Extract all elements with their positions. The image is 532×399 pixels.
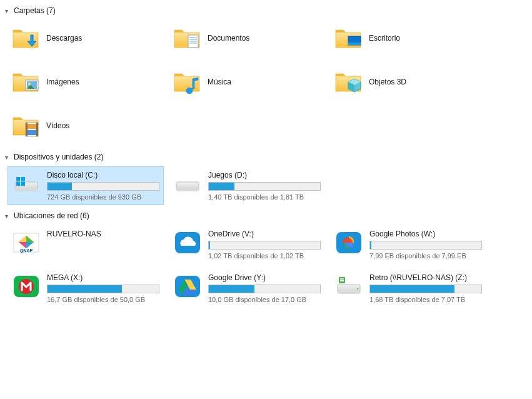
- svg-rect-21: [21, 181, 25, 186]
- svg-rect-6: [348, 43, 361, 45]
- drive-name: Retro (\\RUVELRO-NAS) (Z:): [369, 273, 482, 282]
- chevron-down-icon: ▾: [5, 154, 11, 161]
- drive-freespace: 724 GB disponibles de 930 GB: [47, 193, 159, 201]
- os-drive-icon: [12, 171, 41, 197]
- section-header-drives[interactable]: ▾ Dispositivos y unidades (2): [5, 153, 527, 161]
- storage-bar: [208, 182, 321, 191]
- hdd-icon: [173, 171, 202, 197]
- drive-name: Google Photos (W:): [369, 230, 482, 238]
- objects3d-icon: [334, 69, 363, 95]
- storage-bar: [208, 241, 321, 250]
- section-title: Carpetas (7): [14, 6, 56, 15]
- drive-freespace: 1,68 TB disponibles de 7,07 TB: [369, 296, 482, 303]
- section-header-network[interactable]: ▾ Ubicaciones de red (6): [5, 211, 527, 220]
- folder-label: Escritorio: [369, 34, 400, 43]
- drive-item[interactable]: Retro (\\RUVELRO-NAS) (Z:) 1,68 TB dispo…: [330, 269, 486, 308]
- svg-rect-20: [16, 181, 21, 186]
- music-icon: [173, 69, 201, 95]
- storage-bar: [47, 285, 159, 293]
- section-title: Ubicaciones de red (6): [14, 211, 89, 220]
- svg-rect-11: [26, 123, 28, 136]
- folder-label: Descargas: [46, 34, 82, 43]
- downloads-icon: [11, 25, 40, 51]
- svg-rect-25: [176, 188, 199, 191]
- onedrive-icon: [173, 230, 202, 256]
- folder-item[interactable]: Imágenes: [8, 65, 164, 99]
- folder-item[interactable]: Documentos: [169, 21, 325, 55]
- drive-item[interactable]: Disco local (C:) 724 GB disponibles de 9…: [8, 166, 164, 205]
- section-title: Dispositivos y unidades (2): [14, 153, 103, 161]
- drive-freespace: 1,40 TB disponibles de 1,81 TB: [208, 193, 321, 201]
- gphotos-icon: [334, 230, 363, 256]
- svg-rect-14: [28, 130, 36, 135]
- storage-bar: [369, 285, 482, 293]
- folder-label: Imágenes: [46, 78, 79, 86]
- drive-name: MEGA (X:): [47, 273, 159, 282]
- svg-rect-16: [15, 188, 38, 191]
- svg-rect-18: [16, 177, 21, 181]
- drive-freespace: 10,0 GB disponibles de 17,0 GB: [208, 296, 321, 303]
- drive-item[interactable]: Google Photos (W:) 7,99 EB disponibles d…: [330, 225, 486, 264]
- drive-freespace: 7,99 EB disponibles de 7,99 EB: [369, 252, 482, 260]
- svg-rect-19: [21, 177, 25, 181]
- drive-item[interactable]: Google Drive (Y:) 10,0 GB disponibles de…: [169, 269, 325, 308]
- svg-point-9: [28, 83, 31, 85]
- folders-grid: Descargas Documentos Escritorio Imágenes…: [5, 19, 527, 150]
- svg-text:QNAP: QNAP: [20, 248, 33, 253]
- drive-name: Disco local (C:): [47, 171, 159, 179]
- folder-item[interactable]: Música: [169, 65, 325, 99]
- svg-rect-12: [36, 123, 38, 136]
- drives-grid: Disco local (C:) 724 GB disponibles de 9…: [5, 165, 527, 209]
- folder-label: Vídeos: [46, 121, 69, 130]
- folder-label: Objetos 3D: [369, 78, 406, 86]
- drive-name: Google Drive (Y:): [208, 273, 321, 282]
- svg-rect-13: [28, 124, 36, 129]
- qnap-icon: QNAP: [12, 230, 41, 256]
- svg-rect-37: [340, 280, 344, 281]
- folder-label: Documentos: [208, 34, 249, 43]
- svg-rect-36: [340, 278, 344, 280]
- svg-rect-34: [338, 291, 360, 293]
- folder-item[interactable]: Vídeos: [8, 109, 164, 143]
- storage-bar: [208, 285, 321, 293]
- drive-name: Juegos (D:): [208, 171, 321, 179]
- videos-icon: [11, 113, 40, 139]
- chevron-down-icon: ▾: [5, 8, 11, 14]
- pictures-icon: [11, 69, 40, 95]
- netdrive-icon: [334, 273, 363, 300]
- storage-bar: [369, 241, 482, 250]
- desktop-icon: [334, 25, 363, 51]
- drive-item[interactable]: Juegos (D:) 1,40 TB disponibles de 1,81 …: [169, 166, 325, 205]
- drive-name: OneDrive (V:): [208, 230, 321, 238]
- network-device-name: RUVELRO-NAS: [47, 230, 159, 238]
- gdrive-icon: [173, 273, 202, 300]
- folder-item[interactable]: Escritorio: [330, 21, 486, 55]
- drive-freespace: 1,02 TB disponibles de 1,02 TB: [208, 252, 321, 260]
- folder-item[interactable]: Descargas: [8, 21, 164, 55]
- svg-point-38: [357, 288, 359, 290]
- network-grid: QNAP RUVELRO-NAS OneDrive (V:) 1,02 TB d…: [5, 224, 527, 311]
- folder-label: Música: [208, 78, 231, 86]
- folder-item[interactable]: Objetos 3D: [330, 65, 486, 99]
- drive-item[interactable]: MEGA (X:) 16,7 GB disponibles de 50,0 GB: [8, 269, 164, 308]
- mega-icon: [12, 273, 41, 300]
- chevron-down-icon: ▾: [5, 213, 11, 220]
- drive-item[interactable]: OneDrive (V:) 1,02 TB disponibles de 1,0…: [169, 225, 325, 264]
- storage-bar: [47, 182, 159, 191]
- network-device-item[interactable]: QNAP RUVELRO-NAS: [8, 225, 164, 264]
- drive-freespace: 16,7 GB disponibles de 50,0 GB: [47, 296, 159, 303]
- section-header-folders[interactable]: ▾ Carpetas (7): [5, 6, 527, 15]
- documents-icon: [173, 25, 201, 51]
